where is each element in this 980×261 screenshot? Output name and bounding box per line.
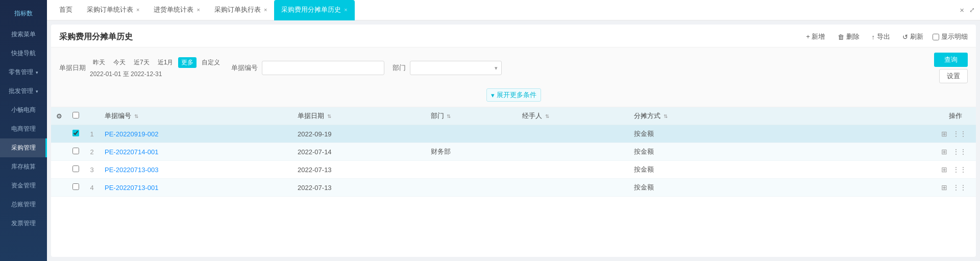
sidebar-item-label: 库存核算 xyxy=(2,162,45,171)
sidebar-item-label: 小畅电商 xyxy=(2,106,45,114)
row-checkbox[interactable] xyxy=(72,148,79,154)
row-operation-cell: ⊞ ⋮⋮ xyxy=(935,179,976,197)
col-handler[interactable]: 经手人 ⇅ xyxy=(517,107,629,125)
row-order-no[interactable]: PE-20220714-001 xyxy=(100,143,292,161)
close-tab-stock-stats[interactable]: × xyxy=(197,7,200,13)
display-toggle-checkbox[interactable] xyxy=(933,34,939,40)
order-no-input[interactable] xyxy=(262,61,384,75)
tab-purchase-order-exec[interactable]: 采购订单执行表 × xyxy=(207,0,274,20)
operation-buttons: ⊞ ⋮⋮ xyxy=(940,129,971,139)
view-icon[interactable]: ⊞ xyxy=(940,164,948,175)
view-icon[interactable]: ⊞ xyxy=(940,147,948,157)
row-dept: 财务部 xyxy=(426,143,518,161)
sidebar-item-quick-nav[interactable]: 快捷导航 xyxy=(0,44,47,63)
row-checkbox-cell[interactable] xyxy=(67,143,84,161)
add-button[interactable]: + 新增 xyxy=(803,31,828,43)
row-dept xyxy=(426,179,518,197)
row-order-date: 2022-07-13 xyxy=(292,179,426,197)
order-no-link[interactable]: PE-20220919-002 xyxy=(105,130,159,138)
sidebar-item-label: 采购管理 xyxy=(2,144,45,152)
col-order-no[interactable]: 单据编号 ⇅ xyxy=(100,107,292,125)
sidebar-item-ecom[interactable]: 电商管理 xyxy=(0,120,47,138)
today-btn[interactable]: 今天 xyxy=(110,57,129,68)
view-icon[interactable]: ⊞ xyxy=(940,182,948,193)
row-checkbox-cell[interactable] xyxy=(67,179,84,197)
table-row: 2 PE-20220714-001 2022-07-14 财务部 按金额 ⊞ ⋮… xyxy=(51,143,976,161)
order-no-link[interactable]: PE-20220714-001 xyxy=(105,148,159,156)
last1month-btn[interactable]: 近1月 xyxy=(155,57,177,68)
row-checkbox-cell[interactable] xyxy=(67,161,84,179)
order-no-link[interactable]: PE-20220713-003 xyxy=(105,166,159,174)
refresh-button[interactable]: ↺ 刷新 xyxy=(899,31,926,43)
toolbar: + 新增 🗑 删除 ↑ 导出 ↺ 刷新 显示明细 xyxy=(803,31,968,43)
row-operation-cell: ⊞ ⋮⋮ xyxy=(935,161,976,179)
dept-select[interactable] xyxy=(410,61,502,75)
sidebar-item-search[interactable]: 搜索菜单 xyxy=(0,25,47,44)
sidebar-item-retail[interactable]: 零售管理 ▾ xyxy=(0,63,47,82)
display-toggle[interactable]: 显示明细 xyxy=(933,32,968,41)
row-split-method: 按金额 xyxy=(629,161,935,179)
more-ops-icon[interactable]: ⋮⋮ xyxy=(951,147,968,157)
more-ops-icon[interactable]: ⋮⋮ xyxy=(951,164,968,175)
row-settings-cell xyxy=(51,143,67,161)
page-body: 采购费用分摊单历史 + 新增 🗑 删除 ↑ 导出 ↺ 刷新 xyxy=(47,20,980,261)
filter-settings-button[interactable]: 设置 xyxy=(939,69,968,83)
close-window-icon[interactable]: × xyxy=(960,6,964,14)
tab-purchase-expense-history[interactable]: 采购费用分摊单历史 × xyxy=(274,0,354,20)
more-ops-icon[interactable]: ⋮⋮ xyxy=(951,129,968,139)
sidebar-item-ledger[interactable]: 总账管理 xyxy=(0,195,47,214)
sidebar-logo: 指标数 xyxy=(14,5,33,22)
custom-btn[interactable]: 自定义 xyxy=(199,57,223,68)
row-checkbox[interactable] xyxy=(72,130,79,136)
col-split-method[interactable]: 分摊方式 ⇅ xyxy=(629,107,935,125)
close-tab-purchase-order-stats[interactable]: × xyxy=(136,7,139,13)
row-checkbox-cell[interactable] xyxy=(67,125,84,143)
row-order-no[interactable]: PE-20220919-002 xyxy=(100,125,292,143)
tab-stock-stats[interactable]: 进货单统计表 × xyxy=(146,0,207,20)
sidebar-item-invoice[interactable]: 发票管理 xyxy=(0,214,47,233)
more-ops-icon[interactable]: ⋮⋮ xyxy=(951,182,968,193)
row-split-method: 按金额 xyxy=(629,125,935,143)
sidebar-item-label: 电商管理 xyxy=(2,125,45,133)
yesterday-btn[interactable]: 昨天 xyxy=(90,57,108,68)
select-all-checkbox[interactable] xyxy=(72,112,79,118)
col-operation: 操作 xyxy=(935,107,976,125)
close-tab-purchase-order-exec[interactable]: × xyxy=(264,7,267,13)
row-checkbox[interactable] xyxy=(72,165,79,172)
row-order-no[interactable]: PE-20220713-003 xyxy=(100,161,292,179)
page-title: 采购费用分摊单历史 xyxy=(59,32,133,42)
last7days-btn[interactable]: 近7天 xyxy=(131,57,153,68)
col-settings[interactable]: ⚙ xyxy=(51,107,67,125)
main-content: 首页 采购订单统计表 × 进货单统计表 × 采购订单执行表 × 采购费用分摊单历… xyxy=(47,0,980,261)
tab-purchase-order-stats[interactable]: 采购订单统计表 × xyxy=(80,0,146,20)
dept-filter-group: 部门 xyxy=(393,61,502,75)
row-order-no[interactable]: PE-20220713-001 xyxy=(100,179,292,197)
active-indicator xyxy=(45,138,47,157)
expand-window-icon[interactable]: ⤢ xyxy=(969,6,975,14)
sidebar-item-wholesale[interactable]: 批发管理 ▾ xyxy=(0,82,47,101)
view-icon[interactable]: ⊞ xyxy=(940,129,948,139)
sidebar-item-mini-ecom[interactable]: 小畅电商 xyxy=(0,101,47,120)
order-no-link[interactable]: PE-20220713-001 xyxy=(105,184,159,192)
row-checkbox[interactable] xyxy=(72,183,79,190)
more-btn[interactable]: 更多 xyxy=(178,57,197,68)
col-order-date[interactable]: 单据日期 ⇅ xyxy=(292,107,426,125)
expand-more-btn[interactable]: ▾ 展开更多条件 xyxy=(486,88,541,102)
sort-dept-icon: ⇅ xyxy=(447,113,451,119)
sort-order-date-icon: ⇅ xyxy=(327,113,331,119)
tab-home[interactable]: 首页 xyxy=(52,0,80,20)
col-dept[interactable]: 部门 ⇅ xyxy=(426,107,518,125)
row-handler xyxy=(517,143,629,161)
sidebar-item-finance[interactable]: 资金管理 xyxy=(0,176,47,195)
operation-buttons: ⊞ ⋮⋮ xyxy=(940,182,971,193)
query-button[interactable]: 查询 xyxy=(934,53,968,67)
export-button[interactable]: ↑ 导出 xyxy=(869,31,894,43)
table-row: 3 PE-20220713-003 2022-07-13 按金额 ⊞ ⋮⋮ xyxy=(51,161,976,179)
delete-button[interactable]: 🗑 删除 xyxy=(835,31,863,43)
date-filter-label: 单据日期 xyxy=(59,63,86,73)
sidebar-item-inventory[interactable]: 库存核算 xyxy=(0,157,47,176)
close-tab-purchase-expense-history[interactable]: × xyxy=(344,7,347,13)
sidebar-item-purchase[interactable]: 采购管理 xyxy=(0,138,47,157)
date-filter-group: 单据日期 昨天 今天 近7天 近1月 更多 自定义 2022 xyxy=(59,57,223,79)
page-header: 采购费用分摊单历史 + 新增 🗑 删除 ↑ 导出 ↺ 刷新 xyxy=(51,25,976,48)
